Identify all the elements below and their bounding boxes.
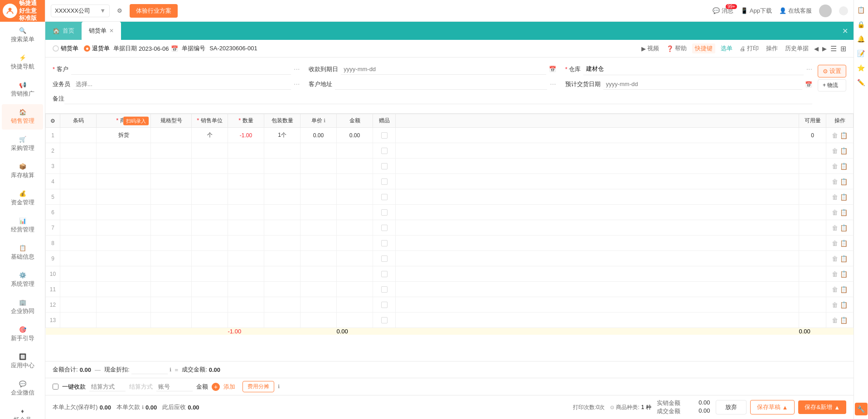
cell-barcode[interactable] <box>60 266 97 282</box>
online-service-btn[interactable]: 👤 在线客服 <box>779 7 812 15</box>
cell-pack-qty[interactable] <box>264 313 301 328</box>
receive-date-cal-icon[interactable]: 📅 <box>549 66 556 72</box>
sidebar-item-operations[interactable]: 📊 经营管理 <box>2 213 43 238</box>
cell-gift[interactable] <box>373 128 396 143</box>
cell-qty[interactable] <box>228 297 264 313</box>
select-btn[interactable]: 选单 <box>719 43 734 53</box>
cell-spec[interactable] <box>151 297 192 313</box>
cell-spec[interactable] <box>151 236 192 251</box>
cell-pack-qty[interactable] <box>264 266 301 282</box>
save-draft-btn[interactable]: 保存草稿 ▲ <box>750 400 795 414</box>
cell-pack-qty[interactable]: 1个 <box>264 128 301 143</box>
cell-unit[interactable] <box>192 266 228 282</box>
cell-price[interactable] <box>301 189 337 205</box>
cell-unit[interactable] <box>192 174 228 189</box>
sidebar-item-appstore[interactable]: 🔲 应用中心 <box>2 349 43 374</box>
cell-unit[interactable] <box>192 251 228 266</box>
sidebar-item-guide[interactable]: 🎯 新手引导 <box>2 322 43 347</box>
discount-input[interactable] <box>131 365 168 374</box>
cell-barcode[interactable] <box>60 159 97 174</box>
cell-amount[interactable] <box>337 236 373 251</box>
cell-unit[interactable] <box>192 159 228 174</box>
save-new-btn[interactable]: 保存&新增 ▲ <box>798 400 846 414</box>
cell-amount[interactable] <box>337 220 373 236</box>
cell-gift[interactable] <box>373 297 396 313</box>
copy-row-btn[interactable]: 📋 <box>840 270 848 278</box>
cell-unit[interactable] <box>192 189 228 205</box>
delete-row-btn[interactable]: 🗑 <box>832 270 838 278</box>
right-panel-bell-btn[interactable]: 🔔 <box>855 33 868 45</box>
sidebar-item-sales[interactable]: 🏠 销售管理 <box>2 104 43 130</box>
delete-row-btn[interactable]: 🗑 <box>832 286 838 293</box>
expected-date-input[interactable] <box>603 79 802 90</box>
delete-row-btn[interactable]: 🗑 <box>832 193 838 201</box>
cell-amount[interactable] <box>337 143 373 159</box>
delete-row-btn[interactable]: 🗑 <box>832 301 838 308</box>
cell-unit[interactable]: 个 <box>192 128 228 143</box>
expense-info-icon[interactable]: ℹ <box>278 384 280 389</box>
copy-row-btn[interactable]: 📋 <box>840 317 848 324</box>
tab-close-icon[interactable]: ✕ <box>109 28 114 34</box>
operation-btn[interactable]: 操作 <box>764 43 780 53</box>
cell-spec[interactable] <box>151 189 192 205</box>
method-dropdown[interactable]: 结算方式 <box>129 383 153 391</box>
cell-barcode[interactable] <box>60 251 97 266</box>
cell-unit[interactable] <box>192 205 228 220</box>
help-btn[interactable]: ❓ 帮助 <box>664 43 689 53</box>
cell-gift[interactable] <box>373 159 396 174</box>
cell-spec[interactable] <box>151 159 192 174</box>
discount-info-icon[interactable]: ℹ <box>170 367 171 373</box>
cell-unit[interactable] <box>192 143 228 159</box>
discard-btn[interactable]: 放弃 <box>716 400 747 414</box>
scan-btn[interactable]: 扫码录入 <box>123 116 149 125</box>
cell-qty[interactable] <box>228 220 264 236</box>
cell-amount[interactable] <box>337 174 373 189</box>
cell-product[interactable] <box>97 282 151 297</box>
sidebar-item-system[interactable]: ⚙️ 系统管理 <box>2 267 43 293</box>
delete-row-btn[interactable]: 🗑 <box>832 178 838 185</box>
copy-row-btn[interactable]: 📋 <box>840 286 848 293</box>
copy-row-btn[interactable]: 📋 <box>840 209 848 216</box>
product-type-icon[interactable]: ⊙ <box>610 405 614 410</box>
delete-row-btn[interactable]: 🗑 <box>832 255 838 262</box>
cell-unit[interactable] <box>192 297 228 313</box>
cell-product[interactable] <box>97 189 151 205</box>
cell-gift[interactable] <box>373 220 396 236</box>
price-info-icon[interactable]: ℹ <box>324 118 325 123</box>
radio-sales[interactable]: 销货单 <box>53 44 78 53</box>
right-panel-clipboard-btn[interactable]: 📋 <box>855 4 868 16</box>
cell-amount[interactable]: 0.00 <box>337 128 373 143</box>
cell-product[interactable] <box>97 251 151 266</box>
cell-product[interactable] <box>97 159 151 174</box>
cell-pack-qty[interactable] <box>264 282 301 297</box>
tab-sales-order[interactable]: 销货单 ✕ <box>82 22 121 40</box>
add-payment-btn[interactable]: + <box>212 383 220 391</box>
delete-row-btn[interactable]: 🗑 <box>832 209 838 216</box>
grid-view-icon[interactable]: ⊞ <box>840 44 846 53</box>
cell-barcode[interactable] <box>60 236 97 251</box>
copy-row-btn[interactable]: 📋 <box>840 255 848 262</box>
print-btn[interactable]: 🖨 打印 <box>738 43 761 53</box>
delete-row-btn[interactable]: 🗑 <box>832 224 838 231</box>
cell-gift[interactable] <box>373 205 396 220</box>
cell-product[interactable] <box>97 220 151 236</box>
copy-row-btn[interactable]: 📋 <box>840 301 848 308</box>
cell-price[interactable] <box>301 313 337 328</box>
customer-addr-more-icon[interactable]: ··· <box>550 80 556 88</box>
warehouse-more-icon[interactable]: ··· <box>806 65 812 73</box>
salesman-input[interactable] <box>73 79 291 90</box>
cell-spec[interactable] <box>151 174 192 189</box>
header-settings-icon[interactable]: ⚙ <box>113 5 126 17</box>
cell-price[interactable] <box>301 251 337 266</box>
cell-spec[interactable] <box>151 313 192 328</box>
cell-barcode[interactable] <box>60 174 97 189</box>
cell-gift[interactable] <box>373 143 396 159</box>
cell-barcode[interactable] <box>60 282 97 297</box>
calendar-icon[interactable]: 📅 <box>171 45 178 52</box>
list-view-icon[interactable]: ☰ <box>830 44 837 53</box>
delete-row-btn[interactable]: 🗑 <box>832 317 838 324</box>
cell-gift[interactable] <box>373 189 396 205</box>
cell-qty[interactable] <box>228 174 264 189</box>
cell-spec[interactable] <box>151 220 192 236</box>
cell-product[interactable]: 拆货 <box>97 128 151 143</box>
